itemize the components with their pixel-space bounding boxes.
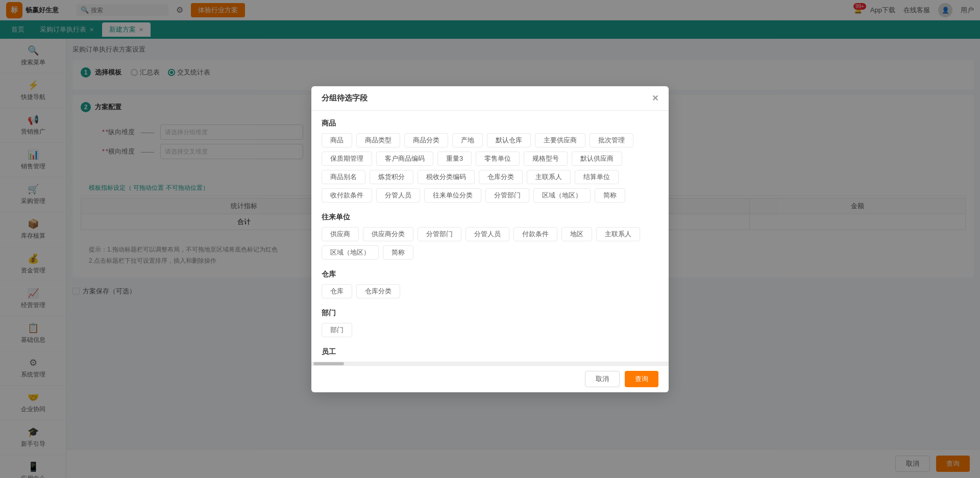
field-chip[interactable]: 区域（地区） [322,245,379,260]
field-chip[interactable]: 商品分类 [404,133,448,147]
field-chip[interactable]: 主要供应商 [535,133,585,147]
field-chip[interactable]: 仓库 [322,284,352,298]
field-chip[interactable]: 简称 [595,188,625,203]
field-chip[interactable]: 区域（地区） [533,188,591,203]
modal-close-button[interactable]: ✕ [652,93,658,103]
section-warehouse-chips: 仓库仓库分类 [322,284,658,298]
field-chip[interactable]: 规格型号 [524,152,568,166]
field-chip[interactable]: 产地 [452,133,483,147]
section-product: 商品 商品商品类型商品分类产地默认仓库主要供应商批次管理保质期管理客户商品编码重… [322,119,658,203]
section-department: 部门 部门 [322,309,658,337]
field-chip[interactable]: 分管部门 [418,227,461,241]
field-chip[interactable]: 零售单位 [476,152,520,166]
section-department-title: 部门 [322,309,658,318]
field-chip[interactable]: 保质期管理 [322,152,372,166]
section-warehouse-title: 仓库 [322,270,658,279]
modal-header: 分组待选字段 ✕ [311,86,669,111]
field-chip[interactable]: 商品 [322,133,352,147]
section-partner-chips: 供应商供应商分类分管部门分管人员付款条件地区主联系人区域（地区）简称 [322,227,658,260]
field-chip[interactable]: 部门 [322,323,352,337]
modal-body: 商品 商品商品类型商品分类产地默认仓库主要供应商批次管理保质期管理客户商品编码重… [311,111,669,362]
field-chip[interactable]: 税收分类编码 [418,170,475,184]
section-product-chips: 商品商品类型商品分类产地默认仓库主要供应商批次管理保质期管理客户商品编码重量3零… [322,133,658,203]
field-chip[interactable]: 分管人员 [376,188,420,203]
field-chip[interactable]: 往来单位分类 [424,188,481,203]
field-chip[interactable]: 收付款条件 [322,188,372,203]
field-chip[interactable]: 重量3 [437,152,472,166]
field-chip[interactable]: 客户商品编码 [376,152,433,166]
field-chip[interactable]: 简称 [383,245,413,260]
modal-title: 分组待选字段 [322,93,368,103]
section-partner-title: 往来单位 [322,213,658,222]
modal-cancel-button[interactable]: 取消 [585,371,620,387]
field-chip[interactable]: 结算单位 [575,170,619,184]
section-partner: 往来单位 供应商供应商分类分管部门分管人员付款条件地区主联系人区域（地区）简称 [322,213,658,260]
field-chip[interactable]: 默认供应商 [572,152,622,166]
field-chip[interactable]: 主联系人 [596,227,640,241]
field-chip[interactable]: 批次管理 [590,133,633,147]
section-employee: 员工 业务员 [322,347,658,362]
field-chip[interactable]: 商品类型 [356,133,400,147]
section-product-title: 商品 [322,119,658,128]
field-select-modal: 分组待选字段 ✕ 商品 商品商品类型商品分类产地默认仓库主要供应商批次管理保质期… [311,86,669,392]
section-warehouse: 仓库 仓库仓库分类 [322,270,658,298]
field-chip[interactable]: 默认仓库 [487,133,531,147]
field-chip[interactable]: 分管人员 [465,227,509,241]
field-chip[interactable]: 主联系人 [527,170,571,184]
section-employee-title: 员工 [322,347,658,357]
field-chip[interactable]: 炼货积分 [370,170,413,184]
field-chip[interactable]: 地区 [561,227,592,241]
section-department-chips: 部门 [322,323,658,337]
field-chip[interactable]: 仓库分类 [479,170,523,184]
modal-confirm-button[interactable]: 查询 [625,371,658,387]
modal-hscrollbar [311,362,669,365]
field-chip[interactable]: 商品别名 [322,170,365,184]
field-chip[interactable]: 仓库分类 [356,284,400,298]
field-chip[interactable]: 分管部门 [485,188,529,203]
field-chip[interactable]: 供应商 [322,227,359,241]
modal-footer: 取消 查询 [311,365,669,392]
modal-overlay: 分组待选字段 ✕ 商品 商品商品类型商品分类产地默认仓库主要供应商批次管理保质期… [0,0,980,478]
field-chip[interactable]: 付款条件 [513,227,557,241]
field-chip[interactable]: 供应商分类 [363,227,413,241]
